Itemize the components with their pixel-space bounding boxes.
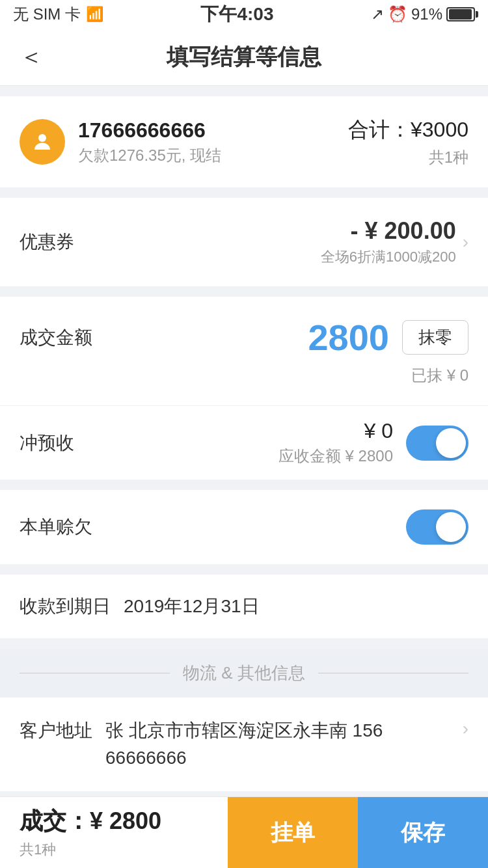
pre-collection-label: 冲预收 [20,431,74,455]
round-button[interactable]: 抹零 [402,320,468,355]
divider-text: 物流 & 其他信息 [183,662,305,685]
debt-label: 本单赊欠 [20,515,92,539]
summary-label: 成交： [20,807,90,834]
transaction-label: 成交金额 [20,325,92,350]
pre-collection-row: 冲预收 ¥ 0 应收金额 ¥ 2800 [0,405,488,480]
pre-collection-right: ¥ 0 应收金额 ¥ 2800 [278,419,468,467]
address-section[interactable]: 客户地址 张 北京市市辖区海淀区永丰南 156 66666666 › [0,698,488,791]
wifi-icon: 📶 [86,6,103,23]
amount-sub-text: 已抹 ¥ 0 [0,365,488,405]
divider-line-left [20,673,170,673]
summary-amount: ¥ 2800 [90,807,161,834]
customer-card: 17666666666 欠款1276.35元, 现结 合计：¥3000 共1种 [0,96,488,187]
amount-row: 成交金额 2800 抹零 [0,297,488,365]
coupon-description: 全场6折满1000减200 [321,247,456,267]
debt-toggle[interactable] [406,509,468,545]
pre-collection-amount: ¥ 0 [364,419,393,443]
debt-toggle-knob [436,512,466,542]
due-date-value: 2019年12月31日 [124,594,260,619]
sim-status: 无 SIM 卡 [13,4,81,25]
divider-line-right [318,673,468,673]
coupon-chevron-icon: › [463,232,468,252]
pre-collection-values: ¥ 0 应收金额 ¥ 2800 [278,419,393,467]
transaction-section: 成交金额 2800 抹零 已抹 ¥ 0 冲预收 ¥ 0 应收金额 ¥ 2800 [0,297,488,480]
total-amount: 合计：¥3000 [348,116,468,144]
svg-point-0 [38,134,46,142]
coupon-value-group: - ¥ 200.00 全场6折满1000减200 [321,217,456,267]
pre-collection-toggle[interactable] [406,426,468,461]
bottom-bar: 成交：¥ 2800 共1种 挂单 保存 [0,796,488,868]
debt-section: 本单赊欠 [0,490,488,564]
bottom-summary: 成交：¥ 2800 共1种 [0,806,228,860]
due-date-section: 收款到期日 2019年12月31日 [0,575,488,638]
customer-left: 17666666666 欠款1276.35元, 现结 [20,118,221,166]
status-right: ↗ ⏰ 91% [371,5,475,23]
battery-icon [446,7,475,21]
toggle-knob [436,428,466,458]
address-label: 客户地址 [20,717,92,743]
header: ＜ 填写结算等信息 [0,29,488,86]
customer-phone: 17666666666 [78,118,221,142]
summary-main: 成交：¥ 2800 [20,806,208,837]
coupon-discount: - ¥ 200.00 [351,217,456,245]
coupon-label: 优惠券 [20,230,74,254]
coupon-row[interactable]: 优惠券 - ¥ 200.00 全场6折满1000减200 › [0,198,488,286]
customer-debt: 欠款1276.35元, 现结 [78,145,221,166]
total-count: 共1种 [348,147,468,168]
page-title: 填写结算等信息 [56,42,432,72]
summary-count: 共1种 [20,840,208,860]
coupon-section: 优惠券 - ¥ 200.00 全场6折满1000减200 › [0,198,488,286]
logistics-divider: 物流 & 其他信息 [0,649,488,698]
hold-button[interactable]: 挂单 [228,797,358,869]
battery-percent: 91% [411,5,442,23]
customer-row: 17666666666 欠款1276.35元, 现结 合计：¥3000 共1种 [20,116,468,168]
customer-right: 合计：¥3000 共1种 [348,116,468,168]
location-icon: ↗ [371,5,384,23]
due-date-label: 收款到期日 [20,594,111,619]
amount-right-group: 2800 抹零 [308,316,468,359]
avatar [20,119,65,165]
save-button[interactable]: 保存 [358,797,488,869]
customer-info: 17666666666 欠款1276.35元, 现结 [78,118,221,166]
transaction-amount: 2800 [308,316,389,359]
status-time: 下午4:03 [200,2,273,27]
status-bar: 无 SIM 卡 📶 下午4:03 ↗ ⏰ 91% [0,0,488,29]
coupon-right: - ¥ 200.00 全场6折满1000减200 › [321,217,468,267]
alarm-icon: ⏰ [388,5,407,23]
status-left: 无 SIM 卡 📶 [13,4,103,25]
pre-collection-desc: 应收金额 ¥ 2800 [278,446,393,467]
address-value: 张 北京市市辖区海淀区永丰南 156 66666666 [105,717,456,772]
address-chevron-icon: › [463,717,468,739]
back-button[interactable]: ＜ [20,41,43,73]
